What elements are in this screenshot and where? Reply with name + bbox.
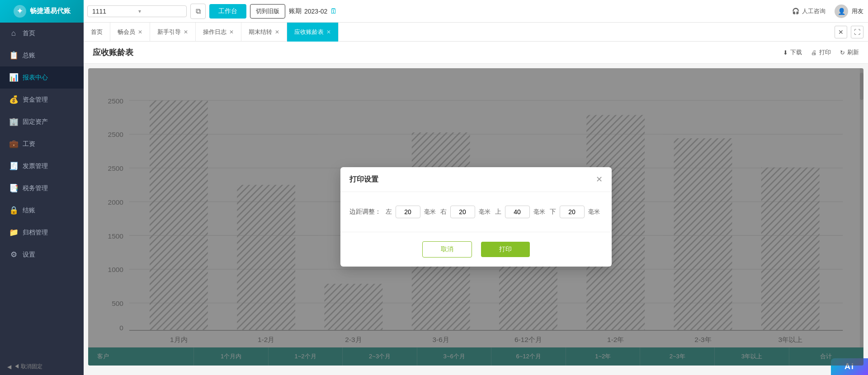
tab-guide[interactable]: 新手引导 ✕ — [150, 23, 196, 42]
main-layout: ⌂ 首页 📋 总账 📊 报表中心 💰 资金管理 🏢 固定资产 💼 工资 🧾 发票… — [0, 23, 868, 375]
sidebar-item-close[interactable]: 🔒 结账 — [0, 199, 84, 221]
tab-member-label: 畅会员 — [118, 28, 135, 36]
modal-header: 打印设置 ✕ — [340, 167, 612, 192]
sidebar-item-ledger[interactable]: 📋 总账 — [0, 44, 84, 66]
bottom-margin-group: 下 毫米 — [550, 206, 600, 218]
tab-period-end[interactable]: 期末结转 ✕ — [241, 23, 287, 42]
margin-form-row: 边距调整： 左 毫米 右 毫米 — [349, 206, 603, 218]
top-unit: 毫米 — [533, 208, 545, 216]
sidebar-item-fund[interactable]: 💰 资金管理 — [0, 89, 84, 111]
tab-guide-label: 新手引导 — [157, 28, 181, 36]
download-label: 下载 — [790, 48, 802, 56]
sidebar-item-label: 总账 — [23, 52, 35, 60]
print-icon: 🖨 — [811, 49, 817, 56]
headset-icon: 🎧 — [792, 8, 799, 14]
app-name: 畅捷通易代账 — [30, 7, 71, 15]
page-title: 应收账龄表 — [93, 47, 133, 58]
page-content: 应收账龄表 ⬇ 下载 🖨 打印 ↻ 刷新 — [84, 42, 868, 375]
left-margin-input[interactable] — [396, 206, 420, 218]
switch-old-button[interactable]: 切到旧版 — [250, 4, 285, 19]
ledger-icon: 📋 — [9, 51, 18, 60]
sidebar-item-archive[interactable]: 📁 归档管理 — [0, 221, 84, 244]
download-button[interactable]: ⬇ 下载 — [783, 48, 802, 56]
print-button[interactable]: 🖨 打印 — [811, 48, 831, 56]
service-label: 人工咨询 — [802, 7, 826, 15]
close-books-icon: 🔒 — [9, 206, 18, 215]
period-value: 2023-02 — [304, 8, 327, 15]
sidebar-item-settings[interactable]: ⚙ 设置 — [0, 244, 84, 266]
tab-oplog-close[interactable]: ✕ — [229, 29, 234, 35]
company-name: 1111 — [92, 8, 136, 15]
print-label: 打印 — [819, 48, 831, 56]
top-header: ✦ 畅捷通易代账 1111 ▾ ⧉ 工作台 切到旧版 账期 2023-02 🗓 … — [0, 0, 868, 23]
sidebar-item-label: 固定资产 — [23, 118, 48, 126]
company-selector[interactable]: 1111 ▾ — [87, 5, 187, 17]
bottom-label: 下 — [550, 208, 556, 216]
left-label: 左 — [386, 208, 392, 216]
sidebar-item-label: 设置 — [23, 251, 35, 259]
modal-body: 边距调整： 左 毫米 右 毫米 — [340, 192, 612, 232]
tab-oplog[interactable]: 操作日志 ✕ — [196, 23, 241, 42]
top-margin-input[interactable] — [505, 206, 530, 218]
sidebar-item-report[interactable]: 📊 报表中心 — [0, 66, 84, 89]
left-margin-group: 左 毫米 — [386, 206, 436, 218]
sidebar-item-home[interactable]: ⌂ 首页 — [0, 23, 84, 44]
sidebar-item-asset[interactable]: 🏢 固定资产 — [0, 111, 84, 133]
logo-icon: ✦ — [14, 5, 26, 18]
tab-member[interactable]: 畅会员 ✕ — [110, 23, 150, 42]
tab-oplog-label: 操作日志 — [203, 28, 226, 36]
sidebar-item-label: 归档管理 — [23, 229, 48, 237]
copy-icon-button[interactable]: ⧉ — [190, 4, 206, 19]
sidebar-item-label: 首页 — [23, 29, 35, 38]
tab-period-end-close[interactable]: ✕ — [275, 29, 279, 35]
fund-icon: 💰 — [9, 95, 18, 104]
tab-member-close[interactable]: ✕ — [138, 29, 142, 35]
top-margin-group: 上 毫米 — [495, 206, 545, 218]
refresh-button[interactable]: ↻ 刷新 — [840, 48, 859, 56]
print-settings-modal: 打印设置 ✕ 边距调整： 左 毫米 — [340, 167, 612, 267]
avatar: 👤 — [835, 5, 848, 18]
modal-title: 打印设置 — [349, 175, 378, 184]
period-area: 账期 2023-02 🗓 — [289, 7, 337, 15]
service-button[interactable]: 🎧 人工咨询 — [792, 7, 826, 15]
page-actions: ⬇ 下载 🖨 打印 ↻ 刷新 — [783, 48, 859, 56]
user-area[interactable]: 👤 用友 — [835, 5, 863, 18]
tab-ar-aging-close[interactable]: ✕ — [326, 29, 331, 35]
maximize-button[interactable]: ⛶ — [851, 26, 863, 38]
sidebar-item-label: 发票管理 — [23, 162, 48, 170]
user-name: 用友 — [852, 7, 863, 15]
sidebar-item-invoice[interactable]: 🧾 发票管理 — [0, 155, 84, 177]
modal-footer: 取消 打印 — [340, 232, 612, 267]
tab-period-end-label: 期末结转 — [249, 28, 272, 36]
cancel-button[interactable]: 取消 — [422, 241, 472, 258]
modal-close-button[interactable]: ✕ — [596, 174, 603, 184]
settings-icon: ⚙ — [9, 250, 18, 259]
collapse-icon: ◀ — [7, 364, 11, 370]
sidebar-item-label: 结账 — [23, 206, 35, 215]
right-margin-input[interactable] — [450, 206, 475, 218]
sidebar-item-tax[interactable]: 📑 税务管理 — [0, 177, 84, 199]
tab-ar-aging[interactable]: 应收账龄表 ✕ — [287, 23, 339, 42]
calendar-icon[interactable]: 🗓 — [330, 7, 337, 15]
right-margin-group: 右 毫米 — [440, 206, 491, 218]
chevron-down-icon: ▾ — [138, 8, 182, 14]
bottom-margin-input[interactable] — [560, 206, 585, 218]
close-window-button[interactable]: ✕ — [835, 26, 847, 38]
sidebar-collapse-button[interactable]: ◀ ◀ 取消固定 — [0, 358, 84, 375]
logo-area: ✦ 畅捷通易代账 — [0, 0, 84, 23]
chart-area: 2500 2500 2500 2000 1500 1000 500 0 — [88, 68, 863, 366]
refresh-icon: ↻ — [840, 49, 845, 56]
bottom-unit: 毫米 — [588, 208, 600, 216]
tab-home-label: 首页 — [91, 28, 103, 36]
sidebar-item-payroll[interactable]: 💼 工资 — [0, 133, 84, 155]
sidebar: ⌂ 首页 📋 总账 📊 报表中心 💰 资金管理 🏢 固定资产 💼 工资 🧾 发票… — [0, 23, 84, 375]
workbench-button[interactable]: 工作台 — [209, 4, 246, 19]
tab-guide-close[interactable]: ✕ — [184, 29, 188, 35]
margin-label: 边距调整： — [349, 208, 381, 216]
print-confirm-button[interactable]: 打印 — [481, 242, 530, 257]
tab-home[interactable]: 首页 — [84, 23, 110, 42]
tabs-bar: 首页 畅会员 ✕ 新手引导 ✕ 操作日志 ✕ 期末结转 ✕ 应收账龄表 ✕ — [84, 23, 868, 42]
sidebar-item-label: 税务管理 — [23, 184, 48, 192]
page-header: 应收账龄表 ⬇ 下载 🖨 打印 ↻ 刷新 — [84, 42, 868, 64]
top-label: 上 — [495, 208, 501, 216]
